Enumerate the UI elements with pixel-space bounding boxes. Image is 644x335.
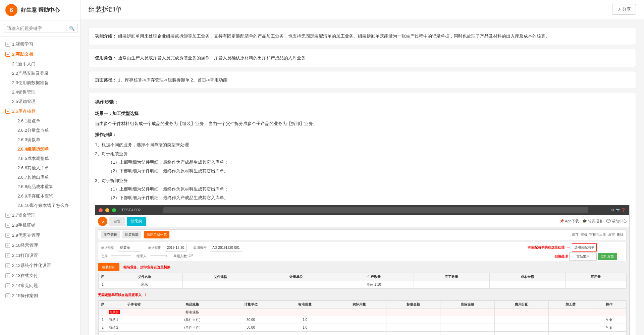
sidebar-item-label: 2.8手机旺铺 xyxy=(12,222,36,228)
annotation-2-text: 组装业务、拆卸业务在这里切换 xyxy=(123,265,170,269)
main-content: 组装拆卸单 ↗ 分享 功能介绍： 组装拆卸单用来处理企业组装或拆卸等加工业务，支… xyxy=(80,0,644,335)
annotation-4-text: 无固定清单可以在这里置零入 xyxy=(98,293,142,297)
feature-intro-text: 组装拆卸单用来处理企业组装或拆卸等加工业务，支持有固定装配清单的产品加工业务，也… xyxy=(118,34,550,39)
sidebar-item-label: 1.视频学习 xyxy=(12,41,33,47)
sidebar-item-inventory[interactable]: − 2.6库存核算 xyxy=(0,106,80,116)
step3-2: （2）下部明细为子件明细，最终作为产成品生成其它入库单。 xyxy=(95,194,630,202)
page-title: 组装拆卸单 xyxy=(89,5,122,14)
sidebar-item-ledger-error[interactable]: 2.6.10库存账本错了怎么办 xyxy=(0,201,80,210)
sidebar-item-sales[interactable]: 2.4销售管理 xyxy=(0,88,80,97)
sidebar-item-mobile[interactable]: + 2.8手机旺铺 xyxy=(0,220,80,230)
sidebar-item-label: 2.15操作案例 xyxy=(12,293,38,299)
expand-icon-print: + xyxy=(5,253,10,258)
ops-title: 操作步骤： xyxy=(95,98,630,106)
sidebar-item-label: 2.14常见问题 xyxy=(12,283,38,289)
sidebar-item-assembly[interactable]: 2.6.4组装拆卸单 xyxy=(0,145,80,154)
sidebar-item-stocktake[interactable]: 2.6.1盘点单 xyxy=(0,116,80,126)
search-input[interactable] xyxy=(4,24,66,33)
step2-1: （1）上部明细为父件明细，最终作为产成品生成其它入库单； xyxy=(95,158,630,166)
scene1-desc: 当由多个子件材料组装成一个成品的业务为【组装】业务，当由一个父件拆分成多个子产品… xyxy=(95,120,630,127)
sidebar-item-adjust[interactable]: 2.6.3调拨单 xyxy=(0,135,80,145)
ops-steps-title: 操作步骤： xyxy=(95,131,630,138)
sidebar-item-other-out[interactable]: 2.6.7其他出库单 xyxy=(0,173,80,182)
expand-icon-mobile: + xyxy=(5,223,10,228)
sidebar-item-ops[interactable]: + 2.10经营管理 xyxy=(0,240,80,250)
sidebar-item-faq[interactable]: + 2.14常见问题 xyxy=(0,281,80,291)
step3: 3、对于拆卸业务 xyxy=(95,177,630,184)
expand-icon-finance: + xyxy=(5,213,10,218)
sidebar-item-label: 2.12系统个性化设置 xyxy=(12,263,51,269)
path-label: 页面路径： xyxy=(95,77,117,82)
share-button[interactable]: ↗ 分享 xyxy=(612,4,636,15)
sidebar-item-print[interactable]: + 2.11打印设置 xyxy=(0,250,80,261)
share-icon: ↗ xyxy=(617,7,621,12)
ops-block: 操作步骤： 场景一：加工类型选择 当由多个子件材料组装成一个成品的业务为【组装】… xyxy=(89,93,636,335)
step3-1: （1）上部明细为父件明细，最终作为原材料生成其它出库单； xyxy=(95,185,630,193)
sidebar-item-cases[interactable]: + 2.15操作案例 xyxy=(0,291,80,301)
sidebar-item-data-prep[interactable]: 2.3使用前数据准备 xyxy=(0,78,80,88)
sidebar-item-label: 2.9优惠券管理 xyxy=(12,232,40,238)
content-area: 功能介绍： 组装拆卸单用来处理企业组装或拆卸等加工业务，支持有固定装配清单的产品… xyxy=(80,19,644,335)
screenshot-image: TEST-H002 ⚙ 📷 ❓ 6 自售 新采购 📌 App下载 🎓 培训报名 … xyxy=(95,205,630,335)
role-label: 使用角色： xyxy=(95,55,117,60)
expand-icon-custom: + xyxy=(5,263,10,268)
sidebar-item-cost-reset[interactable]: 2.6.8商品成本重算 xyxy=(0,182,80,191)
scene1-title: 场景一：加工类型选择 xyxy=(95,110,630,117)
sidebar-item-label: 2.11打印设置 xyxy=(12,253,38,259)
path-block: 页面路径： 1、库存核算->库存管理->组装拆卸单 2、首页->常用功能 xyxy=(89,71,636,89)
collapse-icon-inventory: − xyxy=(5,109,10,114)
sidebar-item-videos[interactable]: + 1.视频学习 xyxy=(0,39,80,49)
sidebar-item-custom[interactable]: + 2.12系统个性化设置 xyxy=(0,261,80,271)
sidebar-item-label: 2.6库存核算 xyxy=(12,108,36,114)
search-button[interactable]: 🔍 xyxy=(66,24,78,33)
sidebar-item-purchase[interactable]: 2.5采购管理 xyxy=(0,97,80,106)
sidebar-item-install[interactable]: 2.2产品安装及登录 xyxy=(0,69,80,78)
sidebar-item-new-user[interactable]: 2.1新手入门 xyxy=(0,59,80,69)
sidebar-item-payment[interactable]: + 2.13在线支付 xyxy=(0,271,80,281)
brand-name: 好生意 帮助中心 xyxy=(21,7,60,14)
nav-tree: + 1.视频学习 − 2.帮助文档 2.1新手入门 2.2产品安装及登录 2.3… xyxy=(0,37,80,335)
sidebar-item-label: 2.帮助文档 xyxy=(12,51,33,57)
expand-icon-faq: + xyxy=(5,283,10,288)
sidebar-item-cost-adjust[interactable]: 2.6.5成本调整单 xyxy=(0,154,80,163)
annotation-1-text: 有装配清单的在这里处理 xyxy=(528,244,565,250)
collapse-icon: − xyxy=(5,52,10,57)
expand-icon-coupon: + xyxy=(5,233,10,238)
sidebar-item-finance[interactable]: + 2.7资金管理 xyxy=(0,210,80,220)
expand-icon: + xyxy=(5,42,10,47)
sidebar-header: 6 好生意 帮助中心 xyxy=(0,0,80,20)
expand-icon-payment: + xyxy=(5,273,10,278)
expand-icon-cases: + xyxy=(5,293,10,298)
sidebar-item-docs[interactable]: − 2.帮助文档 xyxy=(0,49,80,59)
path-text: 1、库存核算->库存管理->组装拆卸单 2、首页->常用功能 xyxy=(118,77,228,82)
sidebar: 6 好生意 帮助中心 🔍 + 1.视频学习 − 2.帮助文档 2.1新手入门 2… xyxy=(0,0,80,335)
sidebar-item-label: 2.10经营管理 xyxy=(12,242,38,248)
sidebar-item-partial-stocktake[interactable]: 2.6.2分量盘点单 xyxy=(0,126,80,135)
role-text: 通常由生产人员或库管人员完成拆装业务的操作，库管人员确认原材料的出库和产成品的入… xyxy=(118,55,306,60)
step2: 2、对于组装业务 xyxy=(95,150,630,158)
sidebar-item-coupon[interactable]: + 2.9优惠券管理 xyxy=(0,230,80,240)
search-box: 🔍 xyxy=(0,20,80,37)
feature-intro-block: 功能介绍： 组装拆卸单用来处理企业组装或拆卸等加工业务，支持有固定装配清单的产品… xyxy=(89,27,636,45)
logo-icon: 6 xyxy=(5,4,17,16)
step2-2: （2）下部明细为子件明细，最终作为原材料生成其它出库单。 xyxy=(95,167,630,175)
sidebar-item-label: 2.7资金管理 xyxy=(12,212,36,218)
expand-icon-ops: + xyxy=(5,243,10,248)
role-block: 使用角色： 通常由生产人员或库管人员完成拆装业务的操作，库管人员确认原材料的出库… xyxy=(89,49,636,67)
top-bar: 组装拆卸单 ↗ 分享 xyxy=(80,0,644,19)
step1: 1、根据不同的业务，选择不同单据的类型来处理 xyxy=(95,141,630,149)
sidebar-item-ledger-query[interactable]: 2.6.9库存账本查询 xyxy=(0,191,80,201)
annotation-3-text: 启用处理 xyxy=(554,254,568,260)
screenshot-icons: ⚙ 📷 ❓ xyxy=(611,207,626,214)
screenshot-top-text: TEST-H002 xyxy=(121,207,141,214)
sidebar-item-other-in[interactable]: 2.6.6其他入库单 xyxy=(0,163,80,173)
feature-intro-label: 功能介绍： xyxy=(95,34,117,39)
sidebar-item-label: 2.13在线支付 xyxy=(12,273,38,279)
